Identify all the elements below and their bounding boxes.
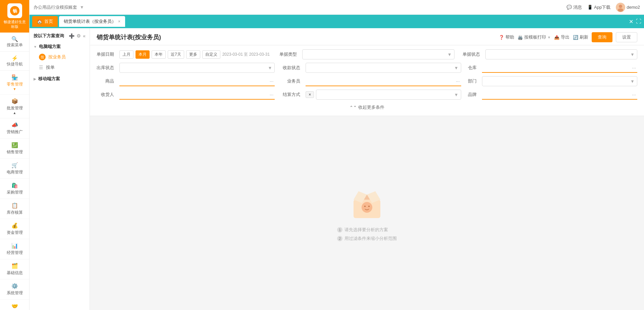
- salesperson-field: ···: [306, 76, 461, 86]
- sidebar-item-wholesale[interactable]: 📦 批发管理 ▲: [0, 95, 29, 118]
- collapse-label: 收起更多条件: [358, 104, 384, 110]
- brand-dots[interactable]: ···: [632, 92, 636, 97]
- date-last-month[interactable]: 上月: [119, 50, 133, 59]
- sidebar-item-retail[interactable]: 🏪 零售管理 ▼: [0, 71, 29, 95]
- purchase-icon: 🛍️: [11, 182, 18, 189]
- print-button[interactable]: 🖨️ 按模板打印 ▼: [518, 34, 551, 40]
- svg-point-3: [619, 5, 622, 8]
- scheme-group-mobile[interactable]: ▶ 移动端方案: [30, 74, 90, 84]
- doc-type-select[interactable]: [302, 49, 454, 59]
- goods-input[interactable]: [119, 76, 275, 86]
- expand-icon: ▼: [34, 45, 37, 49]
- salesperson-dots[interactable]: ···: [456, 79, 460, 84]
- scheme-group-desktop[interactable]: ▼ 电脑端方案: [30, 42, 90, 52]
- sidebar-item-system[interactable]: ⚙️ 系统管理: [0, 279, 29, 300]
- filter-row-4: 收货人 ··· 结算方式 × ▼: [97, 90, 637, 100]
- operation-icon: 📊: [11, 243, 18, 249]
- date-custom[interactable]: 自定义: [202, 50, 220, 59]
- query-button[interactable]: 查询: [592, 32, 612, 42]
- help-button[interactable]: ❓ 帮助: [499, 34, 514, 40]
- tab-close-icon[interactable]: ×: [118, 19, 120, 24]
- warehouse-label: 仓库: [467, 65, 477, 71]
- left-panel-title: 按以下方案查询: [34, 33, 64, 39]
- sidebar-item-basic[interactable]: 🗂️ 基础信息: [0, 259, 29, 279]
- consignee-dots[interactable]: ···: [270, 92, 274, 97]
- topbar: 办公用品行业模拟账套 ▼ 💬 消息 📱 App下载 demo2: [30, 0, 644, 15]
- collapse-button[interactable]: ⌃⌃ 收起更多条件: [97, 103, 637, 112]
- message-button[interactable]: 💬 消息: [567, 4, 582, 10]
- logo-text: 畅捷通好生意 标版: [4, 19, 26, 29]
- breadcrumb: 办公用品行业模拟账套 ▼: [34, 4, 562, 10]
- sidebar-search-item[interactable]: 🔍 搜索菜单: [0, 33, 29, 52]
- enterprise-icon: 🤝: [11, 303, 18, 309]
- date-more[interactable]: 更多: [186, 50, 200, 59]
- quick-nav-label: 快捷导航: [7, 62, 23, 66]
- page-title: 销货单统计表(按业务员): [97, 33, 161, 41]
- left-panel-header: 按以下方案查询 ➕ ⚙ «: [30, 32, 90, 42]
- add-scheme-icon[interactable]: ➕: [69, 33, 74, 39]
- scheme-order-label: 按单: [46, 64, 55, 70]
- scheme-by-order[interactable]: ☰ 按单: [30, 62, 90, 72]
- out-status-select-container: ▼: [119, 63, 275, 73]
- consignee-input[interactable]: [119, 90, 275, 100]
- sales-icon: 💹: [11, 142, 18, 148]
- refresh-icon: 🔄: [573, 35, 578, 40]
- settings-scheme-icon[interactable]: ⚙: [76, 33, 81, 39]
- doc-status-select-container: ▼: [485, 49, 637, 59]
- brand-input[interactable]: [482, 90, 637, 100]
- active-tab-label: 销货单统计表（按业务员）: [64, 18, 116, 24]
- doc-status-select[interactable]: [485, 49, 637, 59]
- payment-field-container: × ▼: [306, 90, 461, 100]
- payment-tag-close[interactable]: ×: [309, 92, 311, 97]
- quick-nav-item[interactable]: ⚡ 快捷导航: [0, 52, 29, 71]
- app-download-button[interactable]: 📱 App下载: [587, 4, 610, 10]
- filter-row-2: 出库状态 ▼ 收款状态 ▼ 仓库: [97, 63, 637, 73]
- hint-num-1: 1: [337, 227, 342, 232]
- export-icon: 📤: [554, 35, 559, 40]
- dept-select[interactable]: [482, 76, 637, 86]
- empty-illustration: [347, 185, 387, 221]
- expand-mobile-icon: ▶: [34, 77, 36, 81]
- salesperson-input[interactable]: [306, 76, 461, 86]
- tabbar: 🏠 首页 销货单统计表（按业务员） × ✕ ⛶: [30, 15, 644, 28]
- refresh-button[interactable]: 🔄 刷新: [573, 34, 588, 40]
- export-button[interactable]: 📤 导出: [554, 34, 570, 40]
- sidebar-item-finance[interactable]: 💰 资金管理: [0, 219, 29, 239]
- scheme-salesperson[interactable]: 按 按业务员: [30, 52, 90, 62]
- date-last-7days[interactable]: 近7天: [168, 50, 184, 59]
- settings-button[interactable]: 设置: [616, 32, 637, 42]
- tab-maximize-icon[interactable]: ⛶: [636, 18, 641, 25]
- scheme-group-label: 电脑端方案: [39, 44, 61, 50]
- empty-hint-2: 2 用过滤条件来缩小分析范围: [337, 236, 397, 242]
- sidebar-item-enterprise[interactable]: 🤝 企业协同: [0, 300, 29, 310]
- date-this-month[interactable]: 本月: [136, 50, 150, 59]
- user-menu[interactable]: demo2: [616, 3, 640, 12]
- tab-home[interactable]: 🏠 首页: [32, 16, 58, 27]
- warehouse-dots[interactable]: ···: [632, 65, 636, 70]
- system-icon: ⚙️: [11, 283, 18, 289]
- hint-text-2: 用过滤条件来缩小分析范围: [344, 236, 397, 242]
- warehouse-input[interactable]: [482, 63, 637, 73]
- inventory-icon: 📋: [11, 202, 18, 209]
- avatar: [616, 3, 625, 12]
- tab-sales-stats[interactable]: 销货单统计表（按业务员） ×: [59, 16, 125, 27]
- out-status-select[interactable]: [119, 63, 275, 73]
- sidebar-item-inventory[interactable]: 📋 库存核算: [0, 199, 29, 219]
- hint-text-1: 请先选择要分析的方案: [344, 227, 388, 233]
- tab-close-all-icon[interactable]: ✕: [629, 18, 633, 25]
- sidebar-item-sales[interactable]: 💹 销售管理: [0, 139, 29, 159]
- pay-status-select[interactable]: [306, 63, 461, 73]
- print-arrow-icon: ▼: [547, 36, 551, 39]
- date-this-year[interactable]: 本年: [152, 50, 166, 59]
- sidebar-item-ecom[interactable]: 🛒 电商管理: [0, 159, 29, 179]
- sidebar-item-purchase[interactable]: 🛍️ 采购管理: [0, 179, 29, 199]
- filter-row-3: 商品 ··· 业务员 ··· 部门 ▼: [97, 76, 637, 86]
- sidebar-item-operation[interactable]: 📊 经营管理: [0, 239, 29, 259]
- sidebar-item-marketing[interactable]: 📣 营销推广: [0, 118, 29, 139]
- payment-select[interactable]: [316, 90, 461, 100]
- help-icon: ❓: [499, 35, 504, 40]
- payment-select-container: ▼: [316, 90, 461, 100]
- collapse-panel-icon[interactable]: «: [83, 33, 86, 39]
- empty-state: 1 请先选择要分析的方案 2 用过滤条件来缩小分析范围: [90, 116, 644, 310]
- goods-dots[interactable]: ···: [270, 79, 274, 84]
